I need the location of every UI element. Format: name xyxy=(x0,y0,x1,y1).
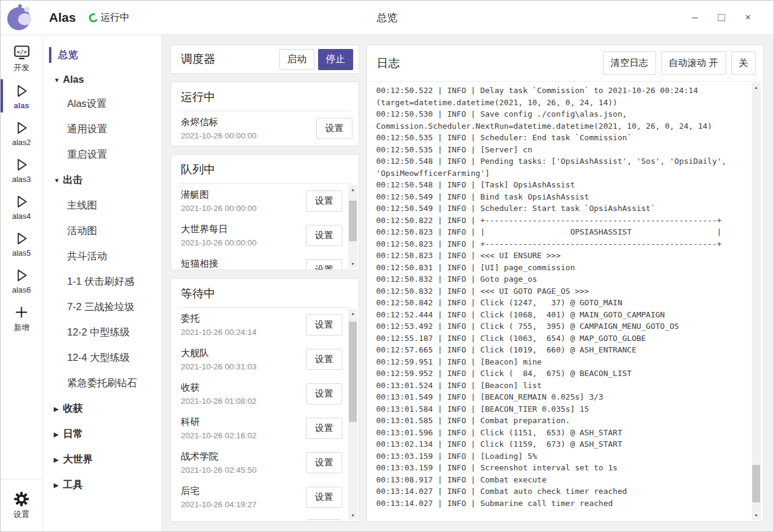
task-row: 商店购买 设置 xyxy=(171,514,348,521)
task-row: 大世界每日 2021-10-26 00:00:00 设置 xyxy=(171,218,348,253)
menu-group-daily[interactable]: ▶日常 xyxy=(43,421,161,447)
window-controls: – □ × xyxy=(681,11,761,24)
rail-item-alas[interactable]: alas xyxy=(1,77,42,114)
rail-item-label: alas4 xyxy=(12,212,31,221)
task-settings-button[interactable]: 设置 xyxy=(306,418,342,439)
pending-card: 队列中 潜艇图 2021-10-26 00:00:00 设置 xyxy=(171,154,359,270)
rail-item-alas5[interactable]: alas5 xyxy=(1,225,42,262)
rail-item-alas2[interactable]: alas2 xyxy=(1,114,42,151)
caret-right-icon: ▶ xyxy=(54,431,63,438)
task-next-run: 2021-10-26 00:31:03 xyxy=(181,362,306,372)
task-settings-button[interactable]: 设置 xyxy=(306,452,342,473)
menu-group-attack[interactable]: ▼出击 xyxy=(43,167,161,193)
task-settings-button[interactable]: 设置 xyxy=(306,487,342,508)
task-name: 潜艇图 xyxy=(181,189,306,201)
running-card: 运行中 余烬信标 2021-10-26 00:00:00 设置 xyxy=(171,82,359,146)
scrollbar-thumb[interactable] xyxy=(349,322,357,422)
menu-item[interactable]: 主线图 xyxy=(43,193,161,218)
task-settings-button[interactable]: 设置 xyxy=(306,225,342,246)
rail-item-settings[interactable]: 设置 xyxy=(1,485,42,524)
scheduler-stop-button[interactable]: 停止 xyxy=(318,49,353,70)
log-lines: 00:12:50.522 | INFO | Delay task `Commis… xyxy=(368,82,762,521)
log-title: 日志 xyxy=(377,56,598,71)
rail-item-label: alas2 xyxy=(12,138,31,147)
menu-item[interactable]: 共斗活动 xyxy=(43,244,161,269)
scroll-up-icon[interactable]: ▲ xyxy=(348,185,357,194)
scroll-down-icon[interactable]: ▼ xyxy=(752,511,761,520)
scroll-up-icon[interactable]: ▲ xyxy=(752,83,761,92)
caret-right-icon: ▶ xyxy=(54,456,63,463)
plus-icon xyxy=(15,304,28,320)
content-area: 调度器 启动 停止 运行中 余烬信标 2021-10-26 00:00:00 设… xyxy=(161,35,773,531)
caret-down-icon: ▼ xyxy=(54,77,63,83)
scroll-down-icon[interactable]: ▼ xyxy=(348,259,357,268)
pending-title: 队列中 xyxy=(171,155,359,183)
task-row: 潜艇图 2021-10-26 00:00:00 设置 xyxy=(171,184,348,218)
menu-group-opsi[interactable]: ▶大世界 xyxy=(43,447,161,472)
task-name: 余烬信标 xyxy=(181,116,316,128)
svg-text:</>: </> xyxy=(16,48,27,54)
task-next-run: 2021-10-26 02:45:50 xyxy=(181,465,306,475)
alas-logo xyxy=(7,4,33,31)
scheduler-start-button[interactable]: 启动 xyxy=(279,49,314,70)
rail-item-label: alas5 xyxy=(12,248,31,258)
play-icon xyxy=(15,193,28,210)
task-settings-button[interactable]: 设置 xyxy=(316,118,353,139)
rail-item-add[interactable]: 新增 xyxy=(1,299,42,337)
rail-item-alas6[interactable]: alas6 xyxy=(1,262,42,299)
close-button[interactable]: × xyxy=(735,11,761,24)
task-next-run: 2021-10-26 00:24:14 xyxy=(181,327,306,337)
app-title: Alas xyxy=(49,10,76,25)
task-row: 科研 2021-10-26 02:16:02 设置 xyxy=(171,411,348,446)
task-settings-button[interactable]: 设置 xyxy=(306,519,342,521)
menu-group-tools[interactable]: ▶工具 xyxy=(43,472,161,498)
waiting-title: 等待中 xyxy=(171,279,359,307)
log-card: 日志 清空日志 自动滚动 开 关 00:12:50.522 | INFO | D… xyxy=(366,45,764,522)
task-name: 大舰队 xyxy=(181,347,306,359)
scrollbar-thumb[interactable] xyxy=(752,465,760,502)
task-settings-button[interactable]: 设置 xyxy=(306,383,342,404)
rail-item-alas3[interactable]: alas3 xyxy=(1,151,42,188)
menu-item[interactable]: 1-1 伏击刷好感 xyxy=(43,269,161,294)
log-close-button[interactable]: 关 xyxy=(731,51,756,75)
scroll-down-icon[interactable]: ▼ xyxy=(348,511,357,520)
rail-item-label: alas xyxy=(14,101,29,110)
rail-item-dev[interactable]: </> 开发 xyxy=(1,39,42,77)
waiting-scrollbar[interactable]: ▲ ▼ xyxy=(348,309,357,520)
menu-item[interactable]: 通用设置 xyxy=(43,117,161,142)
menu-item[interactable]: 重启设置 xyxy=(43,142,161,167)
caret-right-icon: ▶ xyxy=(54,482,63,488)
menu-group-reward[interactable]: ▶收获 xyxy=(43,396,161,421)
task-next-run: 2021-10-26 00:00:00 xyxy=(181,238,306,248)
scheduler-title: 调度器 xyxy=(181,51,276,67)
rail-item-label: 新增 xyxy=(14,322,30,333)
task-next-run: 2021-10-26 00:00:00 xyxy=(181,131,316,141)
task-next-run: 2021-10-26 01:08:02 xyxy=(181,396,306,406)
maximize-button[interactable]: □ xyxy=(708,11,735,24)
scroll-up-icon[interactable]: ▲ xyxy=(348,309,357,318)
task-settings-button[interactable]: 设置 xyxy=(306,349,342,370)
rail-item-alas4[interactable]: alas4 xyxy=(1,188,42,225)
task-row: 短猫相接 2021-10-26 00:00:00 设置 xyxy=(171,253,348,270)
menu-group-alas[interactable]: ▼Alas xyxy=(43,68,161,91)
dev-icon: </> xyxy=(14,44,30,60)
menu-item[interactable]: 7-2 三战捡垃圾 xyxy=(43,294,161,320)
autoscroll-toggle-button[interactable]: 自动滚动 开 xyxy=(661,51,726,75)
task-next-run: 2021-10-26 00:00:00 xyxy=(181,203,306,213)
clear-log-button[interactable]: 清空日志 xyxy=(603,51,656,75)
menu-item[interactable]: 12-4 大型练级 xyxy=(43,345,161,371)
task-next-run: 2021-10-26 04:19:27 xyxy=(181,499,306,510)
task-settings-button[interactable]: 设置 xyxy=(306,190,342,212)
menu-item[interactable]: 紧急委托刷钻石 xyxy=(43,371,161,396)
log-scrollbar[interactable]: ▲ ▼ xyxy=(752,83,761,520)
menu-item-overview[interactable]: 总览 xyxy=(43,42,161,68)
minimize-button[interactable]: – xyxy=(681,11,708,24)
task-settings-button[interactable]: 设置 xyxy=(306,259,342,270)
scrollbar-thumb[interactable] xyxy=(349,201,357,241)
menu-item[interactable]: 12-2 中型练级 xyxy=(43,320,161,345)
menu-item[interactable]: Alas设置 xyxy=(43,91,161,117)
play-icon xyxy=(15,267,28,284)
menu-item[interactable]: 活动图 xyxy=(43,218,161,244)
pending-scrollbar[interactable]: ▲ ▼ xyxy=(348,185,357,268)
task-settings-button[interactable]: 设置 xyxy=(306,314,342,336)
